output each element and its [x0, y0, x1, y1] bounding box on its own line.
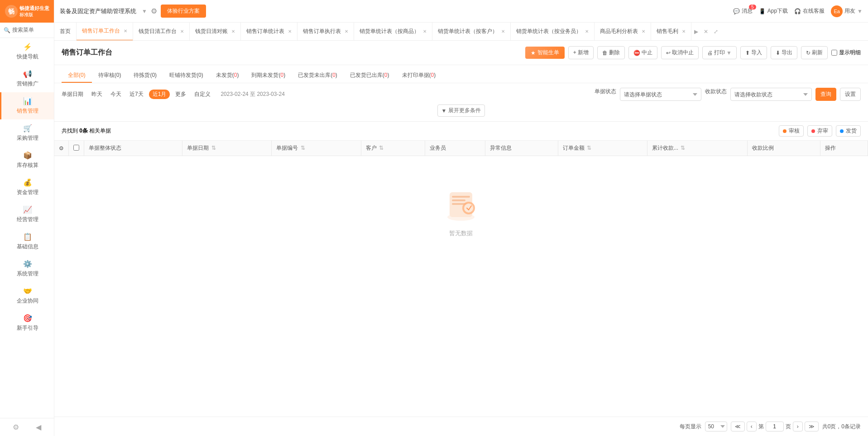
collapse-icon[interactable]: ◀ — [36, 423, 41, 431]
settings-icon[interactable]: ⚙ — [13, 423, 19, 431]
sidebar-item-quick-nav[interactable]: ⚡ 快捷导航 — [0, 38, 54, 65]
sidebar-item-enterprise[interactable]: 🤝 企业协同 — [0, 282, 54, 309]
tab-sales-stat[interactable]: 销售订单统计表 ✕ — [241, 23, 297, 41]
print-btn[interactable]: 🖨 打印 ▼ — [702, 46, 737, 59]
th-checkbox[interactable] — [69, 141, 84, 156]
tab-home[interactable]: 首页 — [54, 23, 77, 41]
column-settings-icon[interactable]: ⚙ — [59, 145, 64, 152]
date-opt-7days[interactable]: 近7天 — [127, 90, 146, 99]
sub-tab-pending-inspect[interactable]: 待拣货(0) — [127, 69, 163, 83]
th-staff[interactable]: 业务员 — [425, 141, 485, 156]
smart-generate-btn[interactable]: ★ 智能生单 — [525, 47, 565, 59]
revoke-btn[interactable]: 弃审 — [807, 125, 832, 137]
date-opt-1month[interactable]: 近1月 — [149, 90, 170, 99]
app-download-item[interactable]: 📱 App下载 — [759, 7, 788, 15]
delete-btn[interactable]: 🗑 删除 — [597, 46, 625, 59]
sub-tab-shipped-out[interactable]: 已发货已出库(0) — [344, 69, 396, 83]
filter-settings-btn[interactable]: 设置 — [840, 88, 861, 101]
refresh-icon: ↻ — [806, 50, 810, 56]
first-page-btn[interactable]: ≪ — [731, 422, 745, 431]
date-opt-today[interactable]: 今天 — [108, 90, 124, 99]
th-amount[interactable]: 订单金额 ⇅ — [558, 141, 647, 156]
next-page-btn[interactable]: › — [793, 422, 803, 431]
mobile-icon: 📱 — [759, 8, 766, 14]
sub-tab-pending-review[interactable]: 待审核(0) — [92, 69, 128, 83]
tab-close-all[interactable]: ✕ — [701, 28, 711, 35]
review-btn[interactable]: 审核 — [779, 125, 804, 137]
date-opt-yesterday[interactable]: 昨天 — [89, 90, 105, 99]
th-settings[interactable]: ⚙ — [54, 141, 69, 156]
cancel-stop-btn[interactable]: ↩ 取消中止 — [661, 46, 699, 59]
export-btn[interactable]: ⬇ 导出 — [771, 46, 797, 59]
topbar-dropdown-icon[interactable]: ▼ — [142, 8, 147, 14]
last-page-btn[interactable]: ≫ — [805, 422, 819, 431]
tab-cash-daily[interactable]: 钱货日清工作台 ✕ — [133, 23, 190, 41]
tab-close-icon[interactable]: ✕ — [423, 29, 427, 34]
tab-sales-exec[interactable]: 销售订单执行表 ✕ — [297, 23, 354, 41]
tab-sales-workbench[interactable]: 销售订单工作台 ✕ — [77, 23, 133, 41]
tab-close-icon[interactable]: ✕ — [345, 29, 348, 34]
show-detail-checkbox[interactable] — [831, 50, 837, 56]
tab-sales-summary-customer[interactable]: 销货单统计表（按客户） ✕ — [432, 23, 511, 41]
tab-more[interactable]: ▶ — [691, 28, 701, 35]
sub-tab-overdue-ship[interactable]: 到期未发货(0) — [245, 69, 292, 83]
ship-btn[interactable]: 发货 — [836, 125, 861, 137]
sub-tab-not-printed[interactable]: 未打印单据(0) — [396, 69, 442, 83]
add-btn[interactable]: + 新增 — [568, 46, 594, 59]
pay-status-filter-select[interactable]: 请选择收款状态 — [730, 88, 812, 101]
th-accumulated[interactable]: 累计收款... ⇅ — [647, 141, 748, 156]
sidebar-item-inventory[interactable]: 📦 库存核算 — [0, 147, 54, 174]
tab-close-icon[interactable]: ✕ — [682, 29, 686, 34]
import-btn[interactable]: ⬆ 导入 — [740, 46, 767, 59]
sub-tab-shipped-not-out[interactable]: 已发货未出库(0) — [292, 69, 344, 83]
tab-close-icon[interactable]: ✕ — [124, 28, 127, 33]
industry-btn[interactable]: 体验行业方案 — [161, 5, 206, 18]
user-item[interactable]: Ea 用友 ▼ — [831, 5, 863, 17]
sidebar-item-marketing[interactable]: 📢 营销推广 — [0, 65, 54, 92]
tab-sales-summary-product[interactable]: 销货单统计表（按商品） ✕ — [354, 23, 432, 41]
tab-sales-summary-staff[interactable]: 销货单统计表（按业务员） ✕ — [511, 23, 595, 41]
tab-cash-reconcile[interactable]: 钱货日清对账 ✕ — [190, 23, 241, 41]
page-input[interactable] — [766, 422, 784, 431]
tab-close-icon[interactable]: ✕ — [180, 29, 184, 34]
th-customer[interactable]: 客户 ⇅ — [361, 141, 425, 156]
tab-close-icon[interactable]: ✕ — [642, 29, 645, 34]
show-detail-label[interactable]: 显示明细 — [831, 49, 861, 57]
topbar-settings-icon[interactable]: ⚙ — [151, 7, 157, 15]
tab-product-margin[interactable]: 商品毛利分析表 ✕ — [595, 23, 651, 41]
sidebar-item-basic[interactable]: 📋 基础信息 — [0, 228, 54, 255]
tab-close-icon[interactable]: ✕ — [585, 29, 589, 34]
tab-close-icon[interactable]: ✕ — [501, 29, 505, 34]
select-all-checkbox[interactable] — [73, 145, 79, 151]
sub-tab-all[interactable]: 全部(0) — [62, 69, 92, 83]
date-opt-more[interactable]: 更多 — [173, 90, 189, 99]
search-menu[interactable]: 🔍 搜索菜单 — [0, 23, 54, 38]
refresh-btn[interactable]: ↻ 刷新 — [801, 46, 828, 59]
expand-filter-btn[interactable]: ▼ 展开更多条件 — [437, 104, 485, 117]
th-number[interactable]: 单据编号 ⇅ — [272, 141, 361, 156]
basic-icon: 📋 — [23, 232, 32, 241]
tab-close-icon[interactable]: ✕ — [231, 29, 235, 34]
query-btn[interactable]: 查询 — [815, 88, 836, 101]
sub-tab-wangpu[interactable]: 旺铺待发货(0) — [163, 69, 210, 83]
message-item[interactable]: 💬 消息 5 — [733, 7, 753, 15]
sidebar-item-sales[interactable]: 📊 销售管理 — [0, 92, 54, 119]
tab-maximize[interactable]: ⤢ — [711, 28, 721, 35]
status-filter-select[interactable]: 请选择单据状态 — [620, 88, 701, 101]
sidebar-item-operation[interactable]: 📈 经营管理 — [0, 201, 54, 228]
sidebar-item-purchase[interactable]: 🛒 采购管理 — [0, 119, 54, 147]
sidebar-item-system[interactable]: ⚙️ 系统管理 — [0, 255, 54, 282]
sidebar-item-guide[interactable]: 🎯 新手引导 — [0, 309, 54, 336]
empty-state: 暂无数据 — [54, 156, 868, 265]
online-service-item[interactable]: 🎧 在线客服 — [794, 7, 825, 15]
prev-page-btn[interactable]: ‹ — [747, 422, 757, 431]
tab-sales-gross[interactable]: 销售毛利 ✕ — [651, 23, 691, 41]
stop-btn[interactable]: ⛔ 中止 — [628, 46, 657, 59]
th-date[interactable]: 单据日期 ⇅ — [182, 141, 272, 156]
sidebar-item-finance[interactable]: 💰 资金管理 — [0, 174, 54, 201]
tab-close-icon[interactable]: ✕ — [288, 29, 292, 34]
per-page-select[interactable]: 50 100 200 — [705, 422, 727, 431]
sub-tab-not-shipped[interactable]: 未发货(0) — [210, 69, 245, 83]
date-opt-custom[interactable]: 自定义 — [192, 90, 213, 99]
sidebar-item-label: 营销推广 — [17, 80, 38, 88]
